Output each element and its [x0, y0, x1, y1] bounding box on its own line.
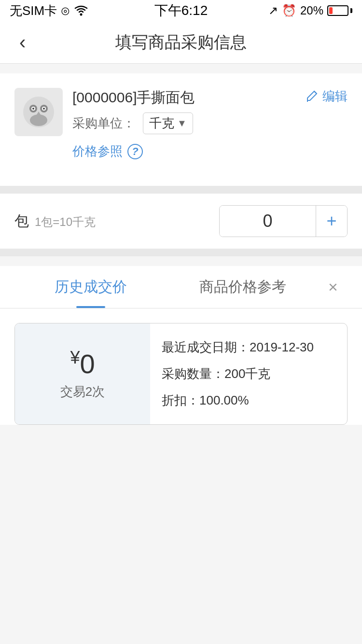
svg-point-9 [30, 114, 47, 126]
page-title: 填写商品采购信息 [115, 31, 247, 54]
tab-price-reference[interactable]: 商品价格参考 [167, 266, 319, 308]
product-left: [0000006]手撕面包 采购单位： 千克 ▼ 价格参照 ? [14, 88, 195, 160]
detail-quantity: 采购数量：200千克 [162, 364, 335, 383]
detail-qty-label: 采购数量： [162, 366, 224, 381]
back-button[interactable]: ‹ [14, 27, 30, 58]
price-ref-row: 价格参照 ? [72, 143, 195, 160]
detail-date: 最近成交日期：2019-12-30 [162, 338, 335, 357]
unit-value: 千克 [149, 115, 174, 132]
history-price-section: ¥0 交易2次 [15, 323, 150, 424]
tab-history-price[interactable]: 历史成交价 [14, 266, 167, 308]
carrier-text: 无SIM卡 ⊙ [10, 2, 70, 19]
tab-active-indicator [76, 306, 105, 308]
unit-arrow-icon: ▼ [177, 118, 187, 129]
battery-icon [327, 5, 352, 16]
nav-bar: ‹ 填写商品采购信息 [0, 21, 362, 64]
quantity-conversion: 1包=10千克 [35, 214, 96, 230]
currency-symbol: ¥ [70, 348, 80, 367]
price-value: 0 [80, 349, 95, 379]
product-logo [22, 95, 56, 129]
product-name: [0000006]手撕面包 [72, 88, 195, 108]
tabs-section: 历史成交价 商品价格参考 × ¥0 交易2次 最近成交日期：2019-12-30… [0, 266, 362, 425]
price-ref-label[interactable]: 价格参照 [72, 143, 123, 160]
svg-point-0 [80, 14, 83, 16]
status-bar: 无SIM卡 ⊙ 下午6:12 ↗ ⏰ 20% [0, 0, 362, 21]
tab-price-ref-label: 商品价格参考 [199, 277, 286, 297]
product-unit-row: 采购单位： 千克 ▼ [72, 112, 195, 134]
status-carrier: 无SIM卡 ⊙ [10, 2, 88, 19]
history-card: ¥0 交易2次 最近成交日期：2019-12-30 采购数量：200千克 折扣：… [14, 323, 348, 425]
svg-line-10 [314, 91, 317, 94]
detail-disc-label: 折扣： [162, 393, 199, 407]
history-trades: 交易2次 [60, 383, 105, 400]
divider-2 [0, 249, 362, 256]
quantity-row: 包 1包=10千克 + [0, 194, 362, 249]
detail-disc-value: 100.00% [199, 393, 249, 407]
unit-selector[interactable]: 千克 ▼ [143, 112, 193, 134]
wifi-icon [74, 5, 88, 16]
history-price-display: ¥0 [70, 348, 95, 379]
product-thumbnail [14, 88, 63, 136]
quantity-input[interactable] [220, 206, 316, 237]
status-time: 下午6:12 [154, 1, 208, 20]
alarm-icon: ⏰ [282, 4, 296, 17]
quantity-unit: 包 [14, 211, 29, 231]
edit-button[interactable]: 编辑 [306, 88, 348, 105]
tab-history-label: 历史成交价 [55, 277, 127, 297]
product-card: [0000006]手撕面包 采购单位： 千克 ▼ 价格参照 ? [0, 73, 362, 186]
quantity-left: 包 1包=10千克 [14, 211, 96, 231]
edit-label: 编辑 [322, 88, 348, 105]
detail-qty-value: 200千克 [224, 366, 270, 381]
main-content-area [0, 439, 362, 644]
location-icon: ↗ [268, 4, 278, 17]
battery-percentage: 20% [300, 4, 323, 17]
history-details: 最近成交日期：2019-12-30 采购数量：200千克 折扣：100.00% [150, 323, 347, 424]
unit-label: 采购单位： [72, 115, 135, 132]
product-header: [0000006]手撕面包 采购单位： 千克 ▼ 价格参照 ? [14, 88, 348, 160]
detail-date-value: 2019-12-30 [250, 340, 314, 354]
detail-discount: 折扣：100.00% [162, 391, 335, 410]
svg-point-7 [43, 108, 45, 110]
info-icon[interactable]: ? [127, 144, 143, 159]
edit-icon [306, 90, 320, 103]
quantity-input-group: + [219, 205, 348, 237]
divider-1 [0, 186, 362, 194]
tab-close-button[interactable]: × [319, 278, 348, 296]
product-info: [0000006]手撕面包 采购单位： 千克 ▼ 价格参照 ? [72, 88, 195, 160]
tabs-header: 历史成交价 商品价格参考 × [0, 266, 362, 308]
detail-date-label: 最近成交日期： [162, 340, 250, 354]
svg-point-6 [32, 108, 34, 110]
status-right-group: ↗ ⏰ 20% [268, 4, 352, 17]
quantity-plus-button[interactable]: + [316, 206, 347, 237]
